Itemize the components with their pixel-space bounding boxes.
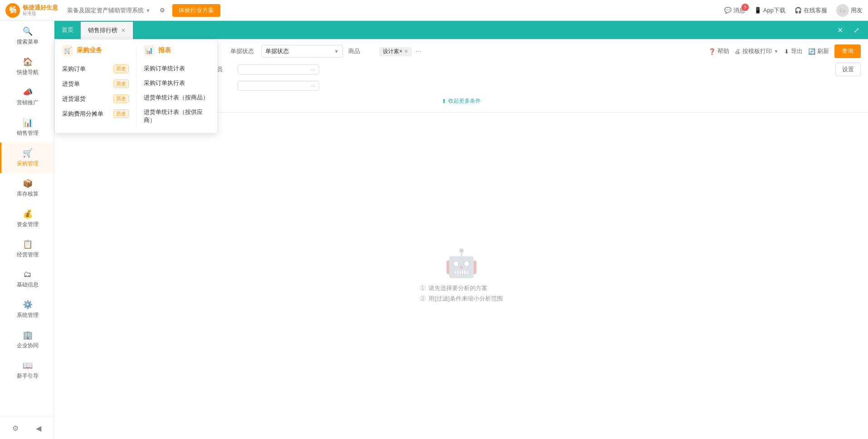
sidebar-item-operation[interactable]: 📋 经营管理 [0, 234, 54, 264]
purchase-icon: 🛒 [23, 148, 33, 158]
logo-main: 畅捷通好生意 [23, 4, 58, 11]
search-icon: 🔍 [23, 26, 33, 36]
system-title-chevron: ▼ [146, 8, 151, 13]
logo-text: 畅捷通好生意 标准版 [23, 4, 58, 17]
avatar: Ea [836, 4, 849, 17]
industry-btn[interactable]: 体验行业方案 [172, 4, 220, 17]
sidebar-item-quick-nav[interactable]: 🏠 快捷导航 [0, 51, 54, 82]
sidebar-label-search: 搜索菜单 [17, 38, 39, 46]
dropdown-item-stock-stats-product[interactable]: 进货单统计表（按商品） [144, 90, 210, 105]
export-btn[interactable]: ⬇ 导出 [784, 47, 803, 55]
history-badge-1: 历史 [113, 79, 129, 88]
guide-icon: 📖 [23, 360, 33, 370]
top-header: 畅 畅捷通好生意 标准版 装备及固定资产辅助管理系统 ▼ ⚙ 体验行业方案 💬 … [0, 0, 868, 21]
system-title[interactable]: 装备及固定资产辅助管理系统 ▼ [63, 6, 156, 15]
purchase-header-icon: 🛒 [62, 45, 73, 56]
headset-icon: 🎧 [795, 7, 802, 14]
tab-close-all-btn[interactable]: ✕ [834, 24, 846, 36]
tab-expand-btn[interactable]: ⤢ [850, 24, 863, 36]
operation-icon: 📋 [23, 239, 33, 249]
toolbar-right: ❓ 帮助 🖨 按模板打印 ▼ ⬇ 导出 🔄 刷新 [708, 44, 861, 58]
sidebar-item-system[interactable]: ⚙️ 系统管理 [0, 294, 54, 325]
dropdown-item-purchase-expense[interactable]: 采购费用分摊单 历史 [62, 106, 129, 121]
product-tag: 设计素× ✕ [379, 47, 412, 56]
sales-icon: 📊 [23, 118, 33, 128]
dropdown-report-col: 📊 报表 采购订单统计表 采购订单执行表 进货单统计表（按商品） 进货单统计表（… [137, 45, 218, 128]
sidebar-item-inventory[interactable]: 📦 库存核算 [0, 173, 54, 203]
sidebar-item-purchase[interactable]: 🛒 采购管理 [0, 143, 54, 173]
logo-icon: 畅 [5, 3, 20, 18]
print-btn[interactable]: 🖨 按模板打印 ▼ [735, 47, 779, 55]
product-more-btn[interactable]: ··· [415, 47, 421, 55]
history-badge-3: 历史 [113, 109, 129, 118]
query-btn[interactable]: 查询 [834, 44, 861, 58]
sidebar-item-corp[interactable]: 🏢 企业协同 [0, 325, 54, 355]
phone-icon: 📱 [754, 7, 761, 14]
dropdown-item-order-exec[interactable]: 采购订单执行表 [144, 76, 210, 90]
sidebar-item-basic[interactable]: 🗂 基础信息 [0, 264, 54, 294]
sidebar-item-search[interactable]: 🔍 搜索菜单 [0, 21, 54, 51]
tab-bar: 首页 销售排行榜 ✕ ✕ ⤢ [54, 21, 868, 39]
message-icon: 💬 [724, 7, 731, 14]
message-btn[interactable]: 💬 消息 9 [724, 6, 745, 15]
sidebar-bottom: ⚙ ◀ [0, 417, 54, 439]
report-header-icon: 📊 [144, 45, 155, 56]
dropdown-item-stock-return[interactable]: 进货退货 历史 [62, 91, 129, 106]
settings-icon[interactable]: ⚙ [156, 4, 169, 17]
purchase-dropdown: 🛒 采购业务 采购订单 历史 进货单 历史 进货退货 历史 采购费用分摊单 历史… [54, 39, 218, 133]
refresh-icon: 🔄 [808, 48, 815, 55]
product-label: 商品 [348, 47, 375, 55]
dropdown-purchase-col: 🛒 采购业务 采购订单 历史 进货单 历史 进货退货 历史 采购费用分摊单 历史 [55, 45, 137, 128]
help-icon: ❓ [708, 48, 716, 55]
empty-illustration: 🤖 [444, 247, 478, 279]
sidebar-item-sales[interactable]: 📊 销售管理 [0, 112, 54, 143]
refresh-btn[interactable]: 🔄 刷新 [808, 47, 829, 55]
hint-dot-1: ① [419, 284, 426, 292]
dropdown-purchase-header: 🛒 采购业务 [62, 45, 129, 56]
basic-icon: 🗂 [24, 270, 32, 279]
dropdown-item-stock-stats-supplier[interactable]: 进货单统计表（按供应商） [144, 105, 210, 128]
history-badge-0: 历史 [113, 64, 129, 73]
product-tag-close[interactable]: ✕ [404, 49, 408, 54]
tab-home[interactable]: 首页 [54, 21, 81, 39]
sidebar-item-guide[interactable]: 📖 新手引导 [0, 355, 54, 385]
help-btn[interactable]: ❓ 帮助 [708, 47, 729, 55]
dropdown-item-stock-in[interactable]: 进货单 历史 [62, 76, 129, 91]
doc-status-label: 单据状态 [230, 47, 258, 55]
logo-sub: 标准版 [23, 11, 58, 16]
tab-sales-rank[interactable]: 销售排行榜 ✕ [81, 21, 133, 39]
tab-bar-right: ✕ ⤢ [834, 24, 868, 36]
customer-dots: ··· [311, 83, 315, 89]
history-badge-2: 历史 [113, 94, 129, 103]
customer-select[interactable]: ··· [238, 81, 319, 91]
salesperson-select[interactable]: ··· [238, 64, 319, 74]
print-chevron: ▼ [774, 49, 779, 54]
dropdown-item-order-stats[interactable]: 采购订单统计表 [144, 61, 210, 76]
sidebar: 🔍 搜索菜单 🏠 快捷导航 📣 营销推广 📊 销售管理 🛒 采购管理 📦 库存核… [0, 21, 54, 439]
empty-state: 🤖 ① 请先选择要分析的方案 ② 用[过滤]条件来缩小分析范围 [54, 113, 868, 439]
marketing-icon: 📣 [23, 87, 33, 97]
hint-dot-2: ② [419, 294, 426, 303]
sidebar-item-finance[interactable]: 💰 资金管理 [0, 203, 54, 234]
sidebar-settings-btn[interactable]: ⚙ [8, 421, 23, 435]
message-badge: 9 [741, 4, 749, 11]
salesperson-chevron: ··· [311, 67, 315, 72]
logo-area: 畅 畅捷通好生意 标准版 [5, 3, 60, 18]
product-filter: 设计素× ✕ [379, 47, 412, 56]
user-btn[interactable]: Ea 用友 [836, 4, 863, 17]
collapse-btn[interactable]: ⬆ 收起更多条件 [442, 97, 481, 105]
online-service-btn[interactable]: 🎧 在线客服 [795, 6, 827, 15]
header-right: 💬 消息 9 📱 App下载 🎧 在线客服 Ea 用友 [724, 4, 863, 17]
app-download-btn[interactable]: 📱 App下载 [754, 6, 785, 15]
sidebar-item-marketing[interactable]: 📣 营销推广 [0, 82, 54, 112]
system-icon: ⚙️ [23, 300, 33, 310]
doc-status-select[interactable]: 单据状态 ▼ [261, 45, 343, 58]
tab-close-btn[interactable]: ✕ [121, 27, 126, 34]
inventory-icon: 📦 [23, 178, 33, 188]
dropdown-item-purchase-order[interactable]: 采购订单 历史 [62, 61, 129, 76]
sidebar-collapse-btn[interactable]: ◀ [31, 421, 46, 435]
collapse-icon: ⬆ [442, 98, 446, 104]
set-btn[interactable]: 设置 [835, 63, 861, 76]
finance-icon: 💰 [23, 209, 33, 219]
hint-text-1: 请先选择要分析的方案 [429, 284, 488, 292]
